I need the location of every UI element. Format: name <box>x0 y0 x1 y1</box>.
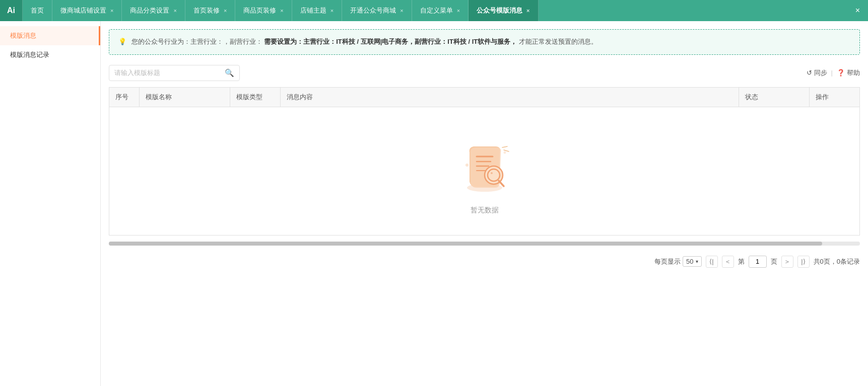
page-number-input[interactable] <box>749 256 767 268</box>
search-input[interactable] <box>114 69 225 76</box>
tab-template-msg-label: 公众号模版消息 <box>477 6 522 15</box>
col-status: 状态 <box>739 87 810 107</box>
svg-point-10 <box>503 151 506 153</box>
close-template-msg-icon[interactable]: × <box>526 8 529 14</box>
tab-custom-menu-label: 自定义菜单 <box>420 6 453 15</box>
close-custom-menu-icon[interactable]: × <box>457 8 460 14</box>
toolbar-divider: | <box>831 69 833 76</box>
notice-text-suffix: 才能正常发送预置的消息。 <box>519 38 597 45</box>
toolbar-right: ↺ 同步 | ❓ 帮助 <box>807 68 860 78</box>
page-size-dropdown[interactable]: 50 ▾ <box>683 256 701 267</box>
tab-wsc-settings-label: 微商城店铺设置 <box>60 6 106 15</box>
next-page-button[interactable]: ＞ <box>781 256 793 268</box>
svg-point-8 <box>491 172 493 174</box>
tab-bar: Ai 首页 微商城店铺设置 × 商品分类设置 × 首页装修 × 商品页装修 × … <box>0 0 868 21</box>
sync-icon: ↺ <box>807 69 812 76</box>
page-di-label: 第 <box>738 257 745 266</box>
sidebar-item-template-msg-label: 模版消息 <box>10 32 36 39</box>
help-icon: ❓ <box>837 69 845 76</box>
tab-template-msg[interactable]: 公众号模版消息 × <box>469 0 538 21</box>
close-open-mall-icon[interactable]: × <box>400 8 403 14</box>
tab-store-theme-label: 店铺主题 <box>300 6 326 15</box>
tab-wsc-settings[interactable]: 微商城店铺设置 × <box>52 0 122 21</box>
help-button[interactable]: ❓ 帮助 <box>837 68 860 78</box>
search-input-wrap[interactable]: 🔍 <box>109 65 240 81</box>
tab-product-decor[interactable]: 商品页装修 × <box>235 0 292 21</box>
close-category-settings-icon[interactable]: × <box>173 8 176 14</box>
tab-home-label: 首页 <box>31 6 44 15</box>
window-close-button[interactable]: × <box>847 6 868 15</box>
tab-custom-menu[interactable]: 自定义菜单 × <box>412 0 469 21</box>
close-wsc-settings-icon[interactable]: × <box>110 8 113 14</box>
col-action: 操作 <box>810 87 860 107</box>
search-icon[interactable]: 🔍 <box>225 68 234 78</box>
tab-store-theme[interactable]: 店铺主题 × <box>292 0 342 21</box>
col-type: 模版类型 <box>230 87 281 107</box>
content-area: 💡 您的公众号行业为：主营行业：，副营行业： 需要设置为：主营行业：IT科技 /… <box>101 21 868 386</box>
page-size-label: 每页显示 <box>654 257 681 266</box>
tab-home-decor[interactable]: 首页装修 × <box>185 0 235 21</box>
prev-page-button[interactable]: ＜ <box>722 256 734 268</box>
sync-button[interactable]: ↺ 同步 <box>807 68 827 78</box>
col-index: 序号 <box>109 87 140 107</box>
notice-text-prefix: 您的公众号行业为：主营行业：，副营行业： <box>131 38 262 45</box>
main-layout: 模版消息 模版消息记录 💡 您的公众号行业为：主营行业：，副营行业： 需要设置为… <box>0 21 868 386</box>
col-name: 模版名称 <box>140 87 230 107</box>
sidebar-item-template-msg-records-label: 模版消息记录 <box>10 51 49 58</box>
tab-home[interactable]: 首页 <box>23 0 52 21</box>
chevron-down-icon: ▾ <box>696 259 698 264</box>
svg-line-12 <box>504 150 509 151</box>
page-size-select: 每页显示 50 ▾ <box>654 256 701 267</box>
scrollbar-thumb[interactable] <box>109 242 822 246</box>
search-bar: 🔍 ↺ 同步 | ❓ 帮助 <box>109 65 860 81</box>
col-content: 消息内容 <box>281 87 739 107</box>
notice-icon: 💡 <box>118 38 126 45</box>
tab-home-decor-label: 首页装修 <box>193 6 220 15</box>
empty-text: 暂无数据 <box>471 206 499 215</box>
tab-category-settings[interactable]: 商品分类设置 × <box>122 0 185 21</box>
sidebar-item-template-msg[interactable]: 模版消息 <box>0 26 100 45</box>
tab-category-settings-label: 商品分类设置 <box>130 6 169 15</box>
first-page-button[interactable]: ⟨| <box>706 256 718 268</box>
tab-open-mall-label: 开通公众号商城 <box>350 6 396 15</box>
horizontal-scrollbar[interactable] <box>109 242 860 246</box>
app-title: Ai <box>7 6 15 15</box>
close-store-theme-icon[interactable]: × <box>330 8 333 14</box>
svg-line-11 <box>502 146 507 147</box>
notice-highlight-text: 需要设置为：主营行业：IT科技 / 互联网|电子商务，副营行业：IT科技 / I… <box>264 38 517 45</box>
tab-product-decor-label: 商品页装修 <box>243 6 276 15</box>
sidebar: 模版消息 模版消息记录 <box>0 21 101 386</box>
empty-state: 暂无数据 <box>109 107 859 235</box>
data-table: 序号 模版名称 模版类型 消息内容 状态 操作 <box>109 87 860 236</box>
notice-box: 💡 您的公众号行业为：主营行业：，副营行业： 需要设置为：主营行业：IT科技 /… <box>109 29 860 55</box>
tab-open-mall[interactable]: 开通公众号商城 × <box>342 0 412 21</box>
close-product-decor-icon[interactable]: × <box>280 8 283 14</box>
help-label: 帮助 <box>847 68 860 78</box>
sync-label: 同步 <box>814 68 827 78</box>
close-home-decor-icon[interactable]: × <box>224 8 227 14</box>
page-size-value: 50 <box>686 258 693 265</box>
page-unit-label: 页 <box>771 257 777 266</box>
sidebar-item-template-msg-records[interactable]: 模版消息记录 <box>0 45 100 64</box>
svg-point-9 <box>465 164 469 167</box>
empty-icon <box>454 137 515 198</box>
last-page-button[interactable]: |⟩ <box>797 256 810 268</box>
app-logo: Ai <box>0 0 23 21</box>
pagination-summary: 共0页，0条记录 <box>814 257 860 266</box>
pagination: 每页显示 50 ▾ ⟨| ＜ 第 页 ＞ |⟩ 共0页，0条记录 <box>109 252 860 272</box>
